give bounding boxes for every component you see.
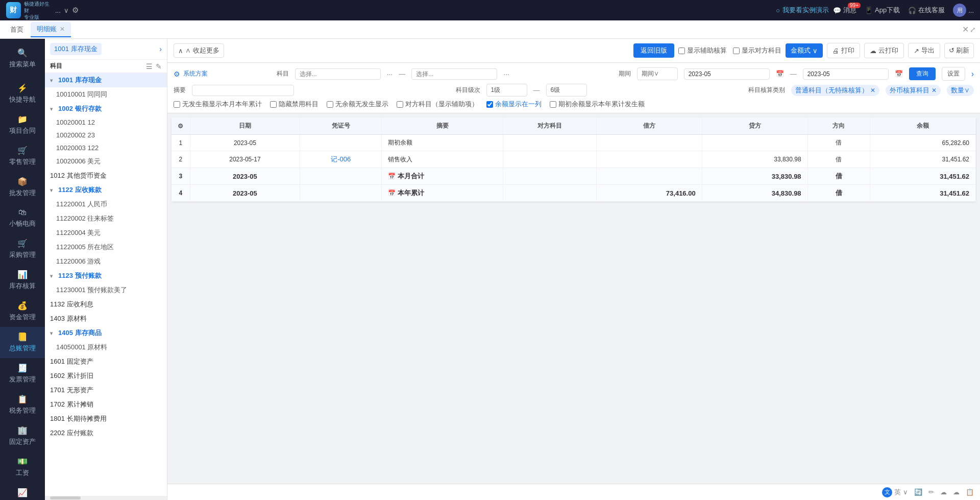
tab-detail-close[interactable]: ✕: [60, 26, 65, 33]
tree-item-2202[interactable]: 2202 应付账款: [45, 426, 167, 440]
sidebar-item-inventory[interactable]: 📊 库存核算: [0, 265, 45, 296]
tree-item-10020001[interactable]: 10020001 12: [45, 116, 167, 129]
level-from-select[interactable]: 1级: [486, 84, 527, 97]
messages-button[interactable]: 💬 消息 99+: [833, 6, 856, 15]
sidebar-item-accounting[interactable]: 📒 总账管理: [0, 327, 45, 358]
option-opposite-input[interactable]: [397, 101, 403, 108]
tree-item-11220005[interactable]: 11220005 所在地区: [45, 240, 167, 254]
tree-item-1001[interactable]: ▾ 1001 库存现金: [45, 73, 167, 87]
tree-item-10010001[interactable]: 10010001 同同同: [45, 87, 167, 102]
tree-item-1122[interactable]: ▾ 1122 应收账款: [45, 183, 167, 197]
show-opposite-checkbox[interactable]: 显示对方科目: [733, 46, 781, 55]
sidebar-item-purchase[interactable]: 🛒 采购管理: [0, 233, 45, 265]
period-type-select[interactable]: 期间∨: [637, 67, 678, 80]
option-balance-col[interactable]: 余额显示在一列: [486, 100, 542, 109]
option-hide-disabled-input[interactable]: [270, 101, 277, 108]
return-old-button[interactable]: 返回旧版: [633, 43, 674, 58]
filter-tag-foreign-close[interactable]: ✕: [932, 87, 937, 94]
option-no-amount-input[interactable]: [174, 101, 180, 108]
option-balance-col-input[interactable]: [486, 101, 493, 108]
summary-input[interactable]: [192, 85, 294, 96]
account-tag[interactable]: 1001 库存现金: [50, 43, 102, 55]
export-button[interactable]: ↗ 导出: [908, 43, 940, 58]
tree-item-1601[interactable]: 1601 固定资产: [45, 354, 167, 369]
option-no-balance-input[interactable]: [327, 101, 333, 108]
level-to-select[interactable]: 6级: [546, 84, 587, 97]
bottom-icon-5[interactable]: 📋: [966, 488, 974, 496]
sidebar-item-assets[interactable]: 🏢 固定资产: [0, 420, 45, 451]
tree-item-14050001[interactable]: 14050001 原材料: [45, 340, 167, 354]
tree-item-1701[interactable]: 1701 无形资产: [45, 383, 167, 397]
tree-item-11230001[interactable]: 11230001 预付账款美了: [45, 283, 167, 297]
bottom-icon-3[interactable]: ☁: [940, 488, 947, 496]
sidebar-item-salary[interactable]: 💵 工资: [0, 451, 45, 483]
option-no-balance[interactable]: 无余额无发生显示: [327, 100, 388, 109]
subject-filter-input-2[interactable]: [411, 68, 497, 80]
online-service-button[interactable]: 🎧 在线客服: [908, 6, 945, 15]
tree-item-10020002[interactable]: 10020002 23: [45, 129, 167, 141]
cloud-print-button[interactable]: ☁ 云打印: [864, 43, 904, 58]
search-button[interactable]: 查询: [909, 67, 936, 80]
tree-item-10020003[interactable]: 10020003 122: [45, 141, 167, 154]
tree-item-1602[interactable]: 1602 累计折旧: [45, 369, 167, 383]
bottom-icon-1[interactable]: 🔄: [914, 488, 922, 496]
option-opening[interactable]: 期初余额显示本年累计发生额: [550, 100, 645, 109]
tree-item-10020006[interactable]: 10020006 美元: [45, 154, 167, 169]
tree-item-1405[interactable]: ▾ 1405 库存商品: [45, 326, 167, 340]
user-avatar[interactable]: 用 ...: [953, 4, 974, 17]
show-aux-input[interactable]: [678, 47, 685, 54]
print-button[interactable]: 🖨 打印: [827, 43, 860, 58]
company-selector[interactable]: ... ∨ ⚙: [55, 6, 772, 15]
sidebar-item-invoice[interactable]: 🧾 发票管理: [0, 358, 45, 389]
show-aux-checkbox[interactable]: 显示辅助核算: [678, 46, 727, 55]
expand-button[interactable]: ∧ ∧ 收起更多: [174, 43, 224, 58]
tab-detail[interactable]: 明细账 ✕: [31, 22, 71, 37]
filter-settings-button[interactable]: 设置: [942, 67, 965, 81]
filter-tag-quantity[interactable]: 数量∨: [947, 85, 974, 96]
scrollbar[interactable]: [45, 496, 167, 500]
account-next-icon[interactable]: ›: [159, 45, 162, 53]
sidebar-item-wholesale[interactable]: 📦 批发管理: [0, 172, 45, 203]
lang-button[interactable]: 文 英 ∨: [882, 487, 908, 497]
tree-item-1132[interactable]: 1132 应收利息: [45, 297, 167, 312]
filter-settings-icon[interactable]: ⚙: [174, 70, 180, 78]
tree-item-1123[interactable]: ▾ 1123 预付账款: [45, 269, 167, 283]
filter-scheme-label[interactable]: 系统方案: [183, 69, 208, 78]
tree-item-11220006[interactable]: 11220006 游戏: [45, 254, 167, 269]
tabbar-expand[interactable]: ⤢: [970, 26, 976, 34]
option-no-amount[interactable]: 无发生额显示本月本年累计: [174, 100, 262, 109]
scroll-thumb[interactable]: [50, 496, 81, 499]
app-download-button[interactable]: 📱 App下载: [865, 6, 900, 15]
sidebar-item-ecommerce[interactable]: 🛍 小畅电商: [0, 203, 45, 233]
period-to-input[interactable]: [803, 68, 889, 80]
sidebar-item-search[interactable]: 🔍 搜索菜单: [0, 43, 45, 74]
sidebar-item-finance[interactable]: 💰 资金管理: [0, 296, 45, 327]
refresh-button[interactable]: ↺ 刷新: [944, 43, 974, 58]
tree-item-1403[interactable]: 1403 原材料: [45, 312, 167, 326]
demo-link[interactable]: ○ 我要看实例演示: [776, 6, 829, 15]
sidebar-item-quicknav[interactable]: ⚡ 快捷导航: [0, 78, 45, 109]
panel-edit-icon[interactable]: ✎: [156, 62, 162, 70]
tree-item-11220001[interactable]: 11220001 人民币: [45, 197, 167, 211]
period-from-input[interactable]: [684, 68, 770, 80]
tree-item-1801[interactable]: 1801 长期待摊费用: [45, 412, 167, 426]
bottom-icon-2[interactable]: ✏: [928, 488, 934, 496]
panel-list-icon[interactable]: ☰: [146, 62, 153, 70]
col-settings[interactable]: ⚙: [172, 117, 190, 135]
subject-filter-input[interactable]: [295, 68, 381, 80]
voucher-link-2[interactable]: 记-006: [331, 155, 351, 163]
tree-item-1002[interactable]: ▾ 1002 银行存款: [45, 102, 167, 116]
tree-item-1012[interactable]: 1012 其他货币资金: [45, 169, 167, 183]
show-opposite-input[interactable]: [733, 47, 740, 54]
option-hide-disabled[interactable]: 隐藏禁用科目: [270, 100, 318, 109]
collapse-right-btn[interactable]: ›: [971, 69, 974, 79]
tree-item-11220002[interactable]: 11220002 往来标签: [45, 211, 167, 226]
sidebar-item-retail[interactable]: 🛒 零售管理: [0, 140, 45, 172]
amount-type-button[interactable]: 金额式 ∨: [786, 43, 823, 58]
sidebar-item-project[interactable]: 📁 项目合同: [0, 109, 45, 140]
tabbar-close[interactable]: ✕: [962, 25, 969, 34]
tab-home[interactable]: 首页: [4, 22, 30, 37]
filter-tag-normal-close[interactable]: ✕: [870, 87, 875, 94]
tree-item-1702[interactable]: 1702 累计摊销: [45, 397, 167, 412]
option-opening-input[interactable]: [550, 101, 556, 108]
